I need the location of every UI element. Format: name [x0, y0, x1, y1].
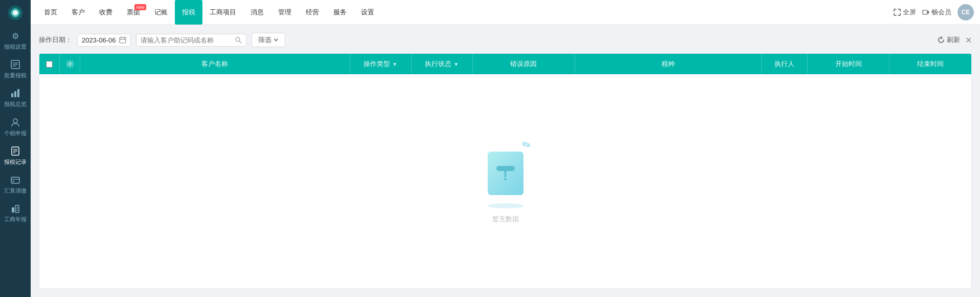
sidebar-item-settlement[interactable]: 汇算清缴	[0, 169, 31, 198]
th-tax-type: 税种	[575, 54, 762, 74]
user-avatar[interactable]: CE	[958, 4, 974, 20]
th-error-reason: 错误原因	[473, 54, 575, 74]
settlement-icon	[9, 174, 21, 186]
sidebar-item-tax-records[interactable]: 报税记录	[0, 141, 31, 169]
calendar-icon	[119, 36, 126, 44]
th-op-type[interactable]: 操作类型 ▼	[350, 54, 412, 74]
search-icon	[235, 36, 242, 44]
close-button[interactable]: ✕	[965, 35, 972, 45]
fullscreen-button[interactable]: 全屏	[894, 8, 916, 17]
th-client-name: 客户名称	[80, 54, 350, 74]
batch-tax-icon	[9, 58, 21, 71]
th-end-time: 结束时间	[890, 54, 971, 74]
table-header: 客户名称 操作类型 ▼ 执行状态 ▼ 错误原因 税种 执行人	[39, 54, 971, 74]
nav-item-home[interactable]: 首页	[37, 0, 64, 25]
th-checkbox[interactable]	[39, 54, 60, 74]
nav-item-management[interactable]: 管理	[271, 0, 299, 25]
svg-point-16	[13, 180, 14, 182]
refresh-button[interactable]: 刷新	[938, 35, 960, 45]
th-start-time: 开始时间	[808, 54, 890, 74]
date-picker[interactable]: 2023-06-06	[77, 34, 131, 47]
member-button[interactable]: 畅会员	[922, 8, 951, 17]
sidebar: ⚙ 报税设置 批量报税 报税总览	[0, 0, 31, 297]
op-type-filter-icon: ▼	[392, 61, 397, 67]
logo[interactable]	[0, 0, 31, 26]
svg-rect-23	[120, 37, 126, 43]
tax-records-icon	[9, 145, 21, 157]
sidebar-item-annual-report[interactable]: 工商年报	[0, 198, 31, 227]
search-box[interactable]	[136, 34, 246, 47]
refresh-icon	[938, 36, 945, 44]
page-toolbar: 操作日期： 2023-06-06 筛选	[39, 33, 972, 47]
exec-status-filter-icon: ▼	[453, 61, 459, 67]
nav-item-service[interactable]: 服务	[326, 0, 354, 25]
svg-rect-22	[923, 10, 927, 14]
svg-rect-17	[12, 207, 14, 213]
select-all-checkbox[interactable]	[46, 61, 53, 68]
date-label: 操作日期：	[39, 35, 72, 45]
svg-line-28	[239, 41, 241, 43]
tax-settings-icon: ⚙	[9, 30, 21, 42]
empty-shadow	[488, 203, 523, 208]
sidebar-item-tax-records-label: 报税记录	[4, 159, 27, 165]
empty-illustration: ✏ !	[480, 139, 531, 195]
svg-rect-14	[11, 177, 19, 183]
sidebar-item-batch-tax-label: 批量报税	[4, 72, 27, 79]
pen-decoration: ✏	[520, 138, 533, 154]
chevron-down-icon	[274, 37, 279, 43]
sidebar-item-tax-overview-label: 报税总览	[4, 101, 27, 108]
main-area: 首页 客户 收费 票据 new 记账 报税 工商项目 消息 管理 经营	[31, 0, 980, 297]
data-table: 客户名称 操作类型 ▼ 执行状态 ▼ 错误原因 税种 执行人	[39, 53, 972, 289]
sidebar-item-annual-report-label: 工商年报	[4, 216, 27, 223]
nav-item-tax[interactable]: 报税	[175, 0, 202, 25]
sidebar-item-settlement-label: 汇算清缴	[4, 187, 27, 194]
nav-item-bookkeeping[interactable]: 记账	[147, 0, 175, 25]
sidebar-item-tax-settings-label: 报税设置	[4, 44, 27, 50]
empty-state: ✏ ! 暂无数据	[39, 74, 971, 288]
svg-rect-6	[11, 93, 13, 97]
settings-icon	[66, 60, 74, 68]
clipboard-clip	[496, 166, 515, 171]
video-icon	[922, 9, 929, 16]
nav-item-commerce[interactable]: 工商项目	[202, 0, 243, 25]
sidebar-item-tax-overview[interactable]: 报税总览	[0, 83, 31, 112]
search-input[interactable]	[141, 34, 233, 46]
nav-item-accounting[interactable]: 经营	[299, 0, 326, 25]
nav-item-billing[interactable]: 收费	[92, 0, 120, 25]
empty-text: 暂无数据	[492, 215, 519, 224]
svg-point-29	[69, 63, 71, 66]
personal-tax-icon	[9, 116, 21, 129]
filter-button[interactable]: 筛选	[252, 33, 285, 47]
topnav-right: 全屏 畅会员 CE	[894, 4, 974, 20]
tax-overview-icon	[9, 87, 21, 99]
sidebar-item-batch-tax[interactable]: 批量报税	[0, 54, 31, 83]
nav-item-client[interactable]: 客户	[64, 0, 92, 25]
annual-report-icon	[9, 202, 21, 215]
nav-item-settings[interactable]: 设置	[354, 0, 381, 25]
svg-rect-8	[17, 89, 19, 97]
toolbar-right: 刷新 ✕	[938, 35, 972, 45]
nav-item-messages[interactable]: 消息	[243, 0, 271, 25]
svg-point-1	[13, 10, 18, 15]
svg-point-9	[13, 119, 17, 123]
th-executor: 执行人	[762, 54, 808, 74]
page-content: 操作日期： 2023-06-06 筛选	[31, 25, 980, 297]
top-navigation: 首页 客户 收费 票据 new 记账 报税 工商项目 消息 管理 经营	[31, 0, 980, 25]
th-settings[interactable]	[60, 54, 80, 74]
sidebar-item-tax-settings[interactable]: ⚙ 报税设置	[0, 26, 31, 54]
sidebar-item-personal-tax[interactable]: 个税申报	[0, 112, 31, 141]
invoice-new-badge: new	[134, 4, 146, 11]
sidebar-item-personal-tax-label: 个税申报	[4, 130, 27, 137]
svg-rect-7	[14, 91, 16, 97]
clipboard-body: !	[488, 152, 523, 195]
th-exec-status[interactable]: 执行状态 ▼	[412, 54, 473, 74]
nav-item-invoice[interactable]: 票据 new	[120, 0, 147, 25]
fullscreen-icon	[894, 9, 901, 16]
